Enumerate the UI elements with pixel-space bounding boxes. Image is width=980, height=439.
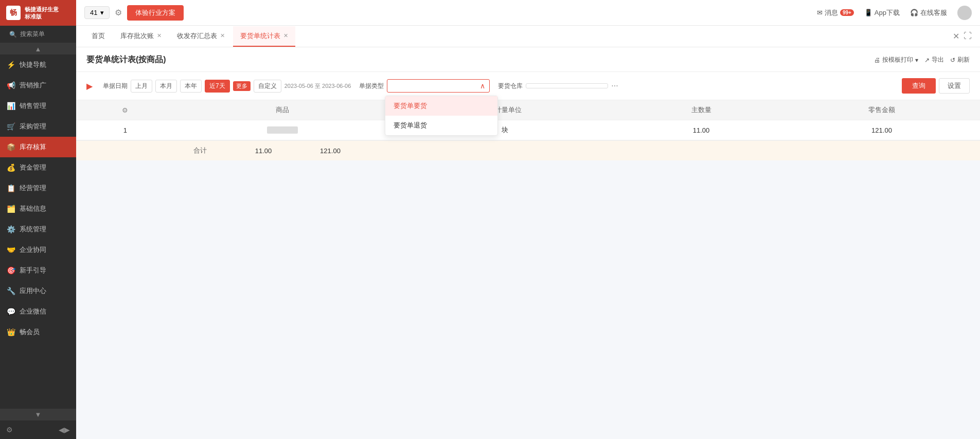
scroll-up[interactable]: ▲ [0,43,76,54]
close-all-tabs-icon[interactable]: ✕ [953,31,959,41]
warehouse-label: 要货仓库 [498,82,523,90]
messages-item[interactable]: ✉ 消息 99+ [817,8,854,17]
tab-home[interactable]: 首页 [84,26,112,47]
refresh-button[interactable]: ↺ 刷新 [950,56,970,64]
col-settings[interactable]: ⚙ [76,100,174,120]
tab-order-stats-close[interactable]: ✕ [283,32,288,39]
refresh-icon: ↺ [950,57,955,64]
sidebar-search[interactable]: 🔍 搜索菜单 [0,26,76,43]
sidebar-item-marketing[interactable]: 📢 营销推广 [0,75,76,96]
user-avatar[interactable] [957,6,972,20]
app-download-item[interactable]: 📱 App下载 [864,8,900,17]
tab-receipt[interactable]: 收发存汇总表 ✕ [170,26,232,47]
date-last-month-btn[interactable]: 上月 [131,80,152,93]
sidebar-item-appstore[interactable]: 🔧 应用中心 [0,281,76,301]
collapse-icon[interactable]: ◀▶ [59,426,70,434]
export-icon: ↗ [924,57,930,64]
settings-bottom-icon[interactable]: ⚙ [6,426,13,434]
sidebar-item-purchase[interactable]: 🛒 采购管理 [0,116,76,137]
filter-expand-icon[interactable]: ▶ [86,81,93,91]
row-quantity: 11.00 [619,120,783,140]
sidebar-item-wechat[interactable]: 💬 企业微信 [0,301,76,322]
print-button[interactable]: 🖨 按模板打印 ▾ [874,56,918,64]
footer-quantity: 11.00 [227,147,299,155]
type-chevron-icon[interactable]: ∧ [480,82,485,90]
tab-receipt-close[interactable]: ✕ [220,32,225,39]
dropdown-arrow-icon: ▾ [100,9,104,16]
type-dropdown: 要货单要货 要货单退货 [385,96,498,136]
type-filter-input[interactable]: ∧ [387,79,490,93]
query-button[interactable]: 查询 [902,78,936,94]
table-body: 1 块 11.00 121.00 [76,120,980,140]
warehouse-input[interactable] [526,83,608,88]
app-icon: 📱 [864,9,872,16]
date-filter-label: 单据日期 [103,82,128,90]
tab-order-stats[interactable]: 要货单统计表 ✕ [233,26,295,47]
marketing-icon: 📢 [6,81,15,89]
table-footer: 合计 11.00 121.00 [76,140,980,160]
table-settings-icon[interactable]: ⚙ [122,106,128,114]
sidebar-item-operations[interactable]: 📋 经营管理 [0,178,76,198]
logo-text: 畅捷通好生意 标准版 [25,6,59,21]
date-this-year-btn[interactable]: 本年 [180,80,202,93]
sidebar-item-finance[interactable]: 💰 资金管理 [0,157,76,178]
date-custom-btn[interactable]: 自定义 [254,80,281,93]
date-last-7days-btn[interactable]: 近7天 [205,80,230,93]
table-header-row: ⚙ 商品 主计量单位 主数量 零售金额 [76,100,980,120]
member-icon: 👑 [6,328,15,336]
date-range-display: 2023-05-06 至 2023-06-06 [284,82,351,90]
fullscreen-icon[interactable]: ⛶ [964,31,972,41]
footer-amount: 121.00 [299,147,361,155]
sidebar-item-guide[interactable]: 🎯 新手引导 [0,260,76,281]
data-table: ⚙ 商品 主计量单位 主数量 零售金额 1 块 [76,100,980,140]
print-icon: 🖨 [874,57,880,64]
date-filter-group: 单据日期 上月 本月 本年 近7天 更多 自定义 2023-05-06 至 20… [103,80,351,93]
date-this-month-btn[interactable]: 本月 [155,80,177,93]
sidebar-item-inventory[interactable]: 📦 库存核算 [0,137,76,157]
basic-icon: 🗂️ [6,205,15,213]
topbar-right: ✉ 消息 99+ 📱 App下载 🎧 在线客服 [817,6,972,20]
sidebar-bottom: ⚙ ◀▶ [0,420,76,439]
data-table-wrap: ⚙ 商品 主计量单位 主数量 零售金额 1 块 [76,100,980,140]
main-area: 41 ▾ ⚙ 体验行业方案 ✉ 消息 99+ 📱 App下载 🎧 在线客服 [76,0,980,439]
set-button[interactable]: 设置 [939,78,970,94]
warehouse-more-icon[interactable]: ··· [611,81,618,90]
guide-icon: 🎯 [6,266,15,275]
sidebar-item-member[interactable]: 👑 畅会员 [0,322,76,342]
filter-bar: ▶ 单据日期 上月 本月 本年 近7天 更多 自定义 2023-05-06 至 … [76,72,980,100]
sidebar-item-sales[interactable]: 📊 销售管理 [0,96,76,116]
row-product [174,120,390,140]
logo-icon: 畅 [6,6,21,20]
sidebar-item-enterprise[interactable]: 🤝 企业协同 [0,240,76,260]
col-amount: 零售金额 [783,100,980,120]
sidebar-logo: 畅 畅捷通好生意 标准版 [0,0,76,26]
online-service-item[interactable]: 🎧 在线客服 [910,8,947,17]
store-selector[interactable]: 41 ▾ [84,6,110,19]
sidebar-item-system[interactable]: ⚙️ 系统管理 [0,219,76,240]
store-name: 41 [90,9,97,16]
sidebar-item-quicknav[interactable]: ⚡ 快捷导航 [0,54,76,75]
sidebar-nav: ⚡ 快捷导航 📢 营销推广 📊 销售管理 🛒 采购管理 📦 库存核算 💰 资金管… [0,54,76,409]
tabs-bar: 首页 库存批次账 ✕ 收发存汇总表 ✕ 要货单统计表 ✕ ✕ ⛶ [76,26,980,47]
page-header: 要货单统计表(按商品) 🖨 按模板打印 ▾ ↗ 导出 ↺ 刷新 [76,47,980,72]
sidebar-item-basic[interactable]: 🗂️ 基础信息 [0,198,76,219]
operations-icon: 📋 [6,184,15,192]
print-dropdown-icon: ▾ [915,57,918,64]
trial-button[interactable]: 体验行业方案 [127,5,184,21]
tab-batch[interactable]: 库存批次账 ✕ [113,26,169,47]
footer-label: 合计 [186,146,227,155]
export-button[interactable]: ↗ 导出 [924,56,944,64]
tab-batch-close[interactable]: ✕ [157,32,162,39]
dropdown-item-order[interactable]: 要货单要货 [385,96,497,116]
date-more-btn[interactable]: 更多 [233,81,251,91]
message-icon: ✉ [817,9,823,16]
type-filter-group: 单据类型 ∧ 要货单要货 要货单退货 [359,79,490,93]
purchase-icon: 🛒 [6,122,15,131]
system-icon: ⚙️ [6,225,15,233]
col-quantity: 主数量 [619,100,783,120]
settings-icon[interactable]: ⚙ [115,8,122,17]
sales-icon: 📊 [6,102,15,110]
scroll-down[interactable]: ▼ [0,409,76,420]
dropdown-item-return[interactable]: 要货单退货 [385,116,497,135]
content-area: 要货单统计表(按商品) 🖨 按模板打印 ▾ ↗ 导出 ↺ 刷新 ▶ [76,47,980,439]
